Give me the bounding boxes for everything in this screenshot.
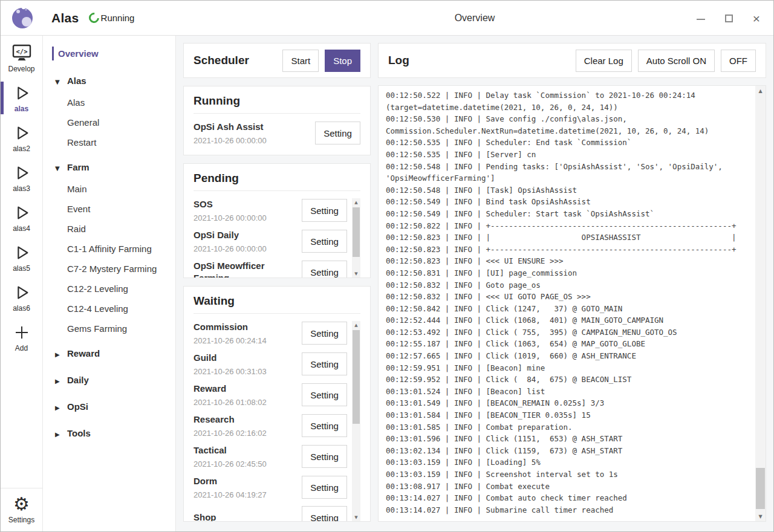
nav-group-reward[interactable]: ▶Reward — [43, 342, 175, 365]
nav-item-c12-4-leveling[interactable]: C12-4 Leveling — [43, 299, 175, 319]
nav-group-tools[interactable]: ▶Tools — [43, 421, 175, 445]
task-name: SOS — [194, 198, 297, 210]
setting-button[interactable]: Setting — [302, 261, 347, 277]
setting-button[interactable]: Setting — [302, 383, 347, 406]
log-header-panel: Log Clear Log Auto Scroll ON OFF — [378, 43, 766, 78]
waiting-panel: Waiting Commission2021-10-26 00:24:14Set… — [183, 286, 371, 522]
nav-item-c12-2-leveling[interactable]: C12-2 Leveling — [43, 279, 175, 299]
task-row: Reward2021-10-26 01:08:02Setting — [194, 383, 347, 407]
nav-group-label: Alas — [67, 76, 86, 86]
sidebar-item-label: Add — [15, 344, 28, 352]
sidebar-item-settings[interactable]: ⚙ Settings — [1, 488, 42, 531]
nav-item-raid[interactable]: Raid — [43, 219, 175, 239]
sidebar-item-alas5[interactable]: alas5 — [1, 238, 42, 277]
setting-button[interactable]: Setting — [302, 506, 347, 521]
sidebar-item-label: alas — [15, 105, 28, 113]
task-row: SOS2021-10-26 00:00:00Setting — [194, 198, 347, 222]
scroll-down-icon[interactable]: ▼ — [755, 511, 766, 521]
triangle-right-icon: ▶ — [55, 378, 63, 384]
triangle-down-icon: ▼ — [55, 165, 63, 172]
nav-item-restart[interactable]: Restart — [43, 132, 175, 152]
gear-icon: ⚙ — [13, 495, 30, 514]
clear-log-button[interactable]: Clear Log — [576, 50, 632, 72]
nav-group-opsi[interactable]: ▶OpSi — [43, 395, 175, 418]
minimize-button[interactable] — [696, 13, 706, 23]
nav-item-event[interactable]: Event — [43, 199, 175, 219]
auto-scroll-off-button[interactable]: OFF — [721, 50, 756, 72]
setting-button[interactable]: Setting — [302, 352, 347, 375]
sidebar-item-alas[interactable]: alas — [1, 78, 42, 118]
nav-item-gems-farming[interactable]: Gems Farming — [43, 319, 175, 339]
auto-scroll-on-button[interactable]: Auto Scroll ON — [638, 50, 715, 72]
play-icon — [12, 163, 31, 183]
task-row: ShopSetting — [194, 506, 347, 521]
page-title: Overview — [176, 13, 773, 24]
scroll-down-icon[interactable]: ▼ — [352, 513, 360, 521]
task-name: Research — [194, 414, 297, 426]
task-row: Tactical2021-10-26 02:45:50Setting — [194, 444, 347, 469]
log-column: Log Clear Log Auto Scroll ON OFF 00:12:5… — [378, 43, 766, 522]
running-title: Running — [194, 94, 360, 114]
sidebar-item-alas6[interactable]: alas6 — [1, 277, 42, 317]
main-area: </>Developalasalas2alas3alas4alas5alas6A… — [1, 36, 773, 531]
pending-scrollbar[interactable]: ▲ ▼ — [352, 198, 360, 277]
log-scrollbar[interactable]: ▲ ▼ — [755, 86, 766, 521]
nav-group-daily[interactable]: ▶Daily — [43, 368, 175, 392]
nav-item-alas[interactable]: Alas — [43, 92, 175, 112]
instance-sidebar: </>Developalasalas2alas3alas4alas5alas6A… — [1, 36, 43, 531]
scheduler-title: Scheduler — [194, 54, 249, 67]
task-name: OpSi Ash Assist — [194, 121, 310, 133]
nav-item-general[interactable]: General — [43, 112, 175, 132]
sidebar-item-develop[interactable]: </>Develop — [1, 38, 42, 78]
play-icon — [12, 283, 31, 302]
nav-group-farm[interactable]: ▼Farm — [43, 155, 175, 179]
log-lines: 00:12:50.522 | INFO | Delay task `Commis… — [386, 89, 747, 517]
scroll-down-icon[interactable]: ▼ — [352, 270, 360, 277]
scroll-up-icon[interactable]: ▲ — [352, 321, 360, 329]
setting-button[interactable]: Setting — [302, 230, 347, 253]
nav-group-label: Daily — [67, 375, 89, 385]
nav-item-overview[interactable]: Overview — [43, 45, 175, 62]
task-name: Shop — [194, 511, 297, 521]
task-row: Guild2021-10-26 00:31:03Setting — [194, 352, 347, 376]
scroll-up-icon[interactable]: ▲ — [352, 198, 360, 206]
app-window: Alas Running Overview × </>Developalasal… — [0, 0, 774, 532]
nav-group-alas[interactable]: ▼Alas — [43, 69, 175, 92]
sidebar-item-alas2[interactable]: alas2 — [1, 118, 42, 158]
play-icon — [12, 243, 31, 262]
task-next-run-time: 2021-10-26 02:45:50 — [194, 459, 297, 469]
maximize-button[interactable] — [724, 13, 733, 23]
sidebar-item-add[interactable]: Add — [1, 317, 42, 357]
window-controls: × — [696, 1, 761, 36]
task-name: Guild — [194, 352, 297, 364]
nav-item-c7-2-mystery-farming[interactable]: C7-2 Mystery Farming — [43, 259, 175, 279]
setting-button[interactable]: Setting — [302, 414, 347, 437]
log-title: Log — [388, 54, 409, 67]
play-icon — [12, 123, 31, 143]
sidebar-item-label: alas4 — [13, 224, 30, 233]
log-output-panel: 00:12:50.522 | INFO | Delay task `Commis… — [378, 85, 766, 522]
setting-button[interactable]: Setting — [302, 445, 347, 468]
waiting-scrollbar[interactable]: ▲ ▼ — [352, 321, 360, 521]
scroll-up-icon[interactable]: ▲ — [755, 86, 766, 96]
nav-item-main[interactable]: Main — [43, 179, 175, 199]
setting-button[interactable]: Setting — [302, 476, 347, 499]
triangle-down-icon: ▼ — [55, 79, 63, 85]
setting-button[interactable]: Setting — [302, 322, 347, 345]
task-row: Dorm2021-10-26 04:19:27Setting — [194, 475, 347, 499]
running-panel: Running OpSi Ash Assist2021-10-26 00:00:… — [183, 86, 371, 155]
play-icon — [12, 203, 31, 222]
play-icon — [12, 83, 31, 103]
close-button[interactable]: × — [752, 13, 761, 23]
scheduler-status: Running — [89, 13, 135, 23]
setting-button[interactable]: Setting — [315, 122, 360, 144]
nav-menu: Overview ▼AlasAlasGeneralRestart▼FarmMai… — [43, 36, 176, 531]
start-button[interactable]: Start — [282, 50, 319, 72]
pending-title: Pending — [194, 172, 360, 191]
sidebar-item-alas4[interactable]: alas4 — [1, 198, 42, 238]
alas-logo-icon — [10, 6, 34, 30]
nav-item-c1-1-affinity-farming[interactable]: C1-1 Affinity Farming — [43, 239, 175, 259]
setting-button[interactable]: Setting — [302, 199, 347, 222]
sidebar-item-alas3[interactable]: alas3 — [1, 158, 42, 198]
stop-button[interactable]: Stop — [325, 50, 360, 72]
